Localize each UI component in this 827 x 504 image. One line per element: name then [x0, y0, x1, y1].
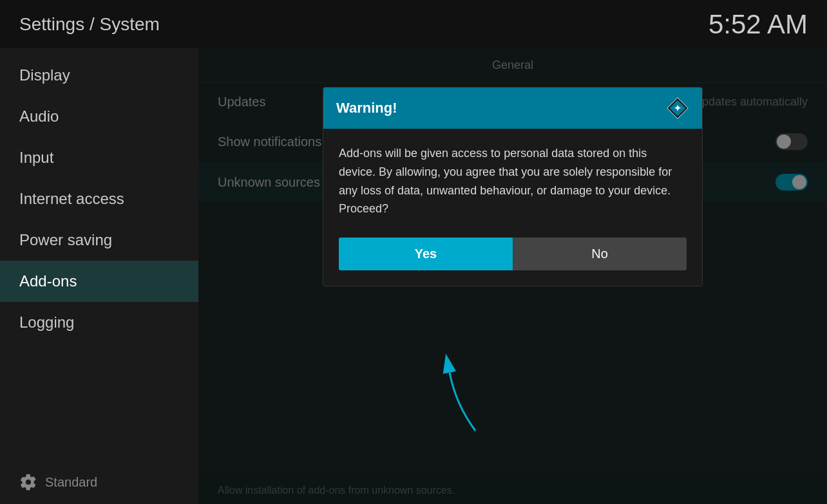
- page-title: Settings / System: [19, 14, 160, 35]
- content-area: General Updates Install updates automati…: [198, 48, 827, 504]
- sidebar-item-input[interactable]: Input: [0, 137, 198, 178]
- svg-text:✦: ✦: [674, 103, 681, 113]
- dialog-body: Add-ons will be given access to personal…: [323, 129, 702, 231]
- arrow-icon: [417, 353, 501, 437]
- yes-button[interactable]: Yes: [339, 238, 513, 270]
- dialog-buttons: Yes No: [323, 231, 702, 286]
- sidebar-item-logging[interactable]: Logging: [0, 302, 198, 343]
- dialog-header: Warning! ✦: [323, 88, 702, 129]
- settings-level-label: Standard: [45, 475, 97, 490]
- no-button[interactable]: No: [513, 238, 687, 270]
- dialog-overlay: Warning! ✦ Add-ons will be given access …: [198, 48, 827, 504]
- sidebar-footer: Standard: [0, 460, 198, 504]
- dialog-title: Warning!: [336, 100, 397, 117]
- sidebar-item-display[interactable]: Display: [0, 55, 198, 96]
- sidebar-item-internet-access[interactable]: Internet access: [0, 178, 198, 219]
- sidebar-item-power-saving[interactable]: Power saving: [0, 219, 198, 261]
- sidebar: Display Audio Input Internet access Powe…: [0, 48, 198, 504]
- kodi-logo-icon: ✦: [666, 97, 689, 120]
- gear-icon: [19, 473, 37, 491]
- header: Settings / System 5:52 AM: [0, 0, 827, 48]
- arrow-annotation: [417, 353, 501, 440]
- sidebar-item-audio[interactable]: Audio: [0, 96, 198, 137]
- main-layout: Display Audio Input Internet access Powe…: [0, 48, 827, 504]
- sidebar-item-addons[interactable]: Add-ons: [0, 261, 198, 302]
- warning-dialog: Warning! ✦ Add-ons will be given access …: [323, 87, 703, 286]
- clock: 5:52 AM: [708, 9, 808, 40]
